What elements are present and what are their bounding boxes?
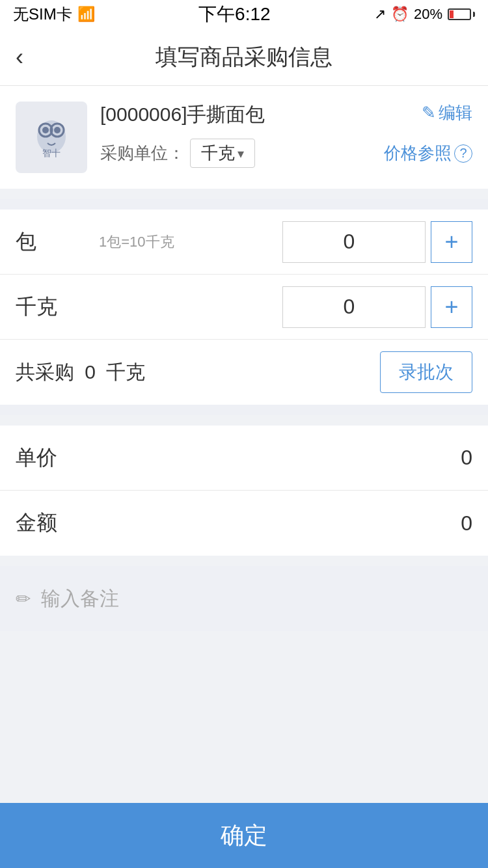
amount-value: 0 bbox=[461, 511, 472, 536]
page-title: 填写商品采购信息 bbox=[156, 42, 332, 72]
kg-plus-button[interactable]: + bbox=[431, 286, 472, 328]
kg-label: 千克 bbox=[16, 293, 94, 321]
bag-quantity-input[interactable] bbox=[282, 221, 426, 263]
unit-selector-group: 采购单位： 千克 ▾ bbox=[100, 139, 255, 168]
unit-select[interactable]: 千克 ▾ bbox=[190, 139, 255, 168]
kg-quantity-input[interactable] bbox=[282, 286, 426, 328]
kg-input-row: 千克 + bbox=[0, 275, 488, 340]
svg-text:智十: 智十 bbox=[42, 148, 61, 157]
amount-label: 金额 bbox=[16, 509, 57, 537]
status-right: ↗ ⏰ 20% bbox=[374, 6, 475, 23]
bag-plus-button[interactable]: + bbox=[431, 221, 472, 263]
bag-sublabel: 1包=10千克 bbox=[99, 232, 174, 252]
edit-icon: ✎ bbox=[422, 103, 436, 123]
confirm-label: 确定 bbox=[221, 820, 267, 852]
status-left: 无SIM卡 📶 bbox=[13, 4, 95, 25]
unit-price-value: 0 bbox=[461, 446, 472, 470]
unit-price-label: 单价 bbox=[16, 444, 57, 472]
dropdown-arrow-icon: ▾ bbox=[237, 146, 244, 161]
status-time: 下午6:12 bbox=[198, 2, 271, 27]
price-section: 单价 0 金额 0 bbox=[0, 426, 488, 556]
bottom-spacer bbox=[0, 631, 488, 696]
input-section: 包 1包=10千克 + 千克 + bbox=[0, 210, 488, 340]
product-logo: 智十 bbox=[29, 112, 74, 163]
bag-input-row: 包 1包=10千克 + bbox=[0, 210, 488, 275]
wifi-icon: 📶 bbox=[77, 6, 95, 23]
help-icon: ? bbox=[454, 144, 472, 163]
summary-amount: 0 bbox=[85, 361, 96, 383]
location-icon: ↗ bbox=[374, 6, 386, 23]
status-bar: 无SIM卡 📶 下午6:12 ↗ ⏰ 20% bbox=[0, 0, 488, 29]
kg-input-right: + bbox=[282, 286, 472, 328]
edit-button[interactable]: ✎ 编辑 bbox=[422, 102, 472, 124]
unit-label: 采购单位： bbox=[100, 142, 185, 165]
price-ref-label: 价格参照 bbox=[384, 142, 452, 165]
summary-prefix: 共采购 bbox=[16, 361, 74, 383]
product-info: [0000006]手撕面包 ✎ 编辑 采购单位： 千克 ▾ 价格参照 ? bbox=[100, 102, 472, 168]
price-ref-button[interactable]: 价格参照 ? bbox=[384, 142, 472, 165]
summary-text: 共采购 0 千克 bbox=[16, 359, 145, 386]
nav-bar: ‹ 填写商品采购信息 bbox=[0, 29, 488, 86]
product-unit-row: 采购单位： 千克 ▾ 价格参照 ? bbox=[100, 139, 472, 168]
unit-value: 千克 bbox=[201, 142, 235, 165]
confirm-button[interactable]: 确定 bbox=[0, 803, 488, 868]
product-header: [0000006]手撕面包 ✎ 编辑 bbox=[100, 102, 472, 128]
section-divider-1 bbox=[0, 199, 488, 210]
carrier-text: 无SIM卡 bbox=[13, 4, 72, 25]
section-divider-2 bbox=[0, 405, 488, 415]
batch-button[interactable]: 录批次 bbox=[380, 351, 472, 393]
pencil-icon: ✏ bbox=[16, 588, 31, 610]
notes-placeholder: 输入备注 bbox=[41, 586, 119, 612]
edit-label: 编辑 bbox=[439, 102, 472, 124]
summary-unit: 千克 bbox=[106, 361, 145, 383]
notes-section[interactable]: ✏ 输入备注 bbox=[0, 566, 488, 631]
alarm-icon: ⏰ bbox=[391, 6, 409, 23]
svg-point-4 bbox=[54, 127, 61, 133]
product-card: 智十 [0000006]手撕面包 ✎ 编辑 采购单位： 千克 ▾ 价格参照 ? bbox=[0, 86, 488, 189]
amount-row: 金额 0 bbox=[0, 491, 488, 556]
product-name: [0000006]手撕面包 bbox=[100, 102, 265, 128]
battery-icon bbox=[448, 8, 475, 20]
battery-percent: 20% bbox=[414, 6, 442, 23]
back-button[interactable]: ‹ bbox=[16, 44, 23, 71]
bag-input-right: + bbox=[282, 221, 472, 263]
unit-price-row: 单价 0 bbox=[0, 426, 488, 491]
svg-point-3 bbox=[42, 127, 49, 133]
bag-label: 包 bbox=[16, 228, 94, 256]
product-image: 智十 bbox=[16, 102, 87, 173]
summary-row: 共采购 0 千克 录批次 bbox=[0, 340, 488, 405]
